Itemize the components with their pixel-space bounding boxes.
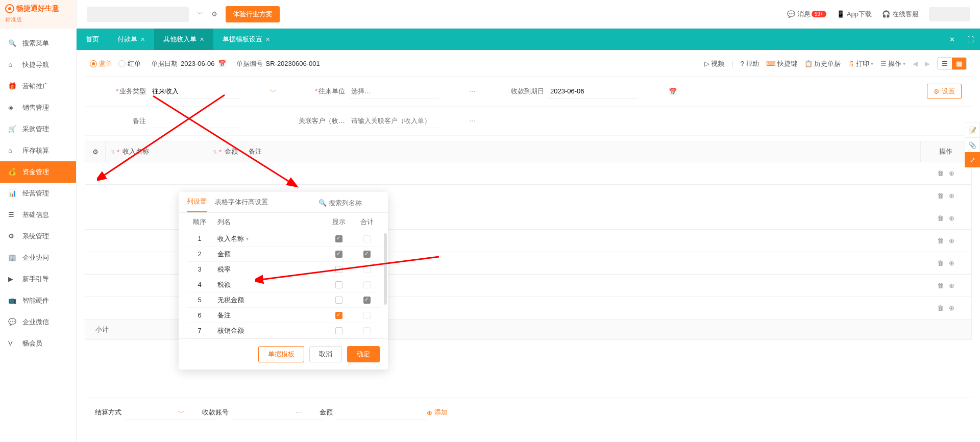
show-checkbox[interactable] xyxy=(335,266,342,273)
app-download-link[interactable]: 📱 App下载 xyxy=(837,10,872,19)
sum-checkbox[interactable] xyxy=(363,251,371,258)
copy-row-icon[interactable]: ⊕ xyxy=(949,282,954,289)
tab-close-icon[interactable]: ✕ xyxy=(140,36,145,43)
online-service-link[interactable]: 🎧 在线客服 xyxy=(882,10,919,19)
remark-input[interactable] xyxy=(150,114,240,128)
add-button[interactable]: ⊕ 添加 xyxy=(427,408,448,417)
copy-row-icon[interactable]: ⊕ xyxy=(949,169,954,177)
column-settings-gear-icon[interactable]: ⚙ xyxy=(85,141,106,162)
sidebar-item-sale[interactable]: ◈销售管理 xyxy=(0,97,76,118)
sidebar-item-home[interactable]: ⌂快捷导航 xyxy=(0,54,76,76)
chevron-down-icon[interactable]: ﹀ xyxy=(270,87,277,96)
copy-row-icon[interactable]: ⊕ xyxy=(949,192,954,200)
tab[interactable]: 首页 xyxy=(77,29,108,50)
settings-icon[interactable]: ⚙ xyxy=(211,10,217,18)
delete-row-icon[interactable]: 🗑 xyxy=(937,214,944,222)
account-input[interactable] xyxy=(233,405,323,420)
footer-amount-input[interactable] xyxy=(337,405,427,420)
sidebar-item-search[interactable]: 🔍搜索菜单 xyxy=(0,33,76,54)
confirm-button[interactable]: 确定 xyxy=(347,346,380,362)
partner-input[interactable] xyxy=(349,84,439,99)
show-checkbox[interactable] xyxy=(335,297,342,304)
org-selector[interactable] xyxy=(87,7,189,22)
blue-doc-radio[interactable]: 蓝单 xyxy=(90,59,112,68)
delete-row-icon[interactable]: 🗑 xyxy=(937,192,944,200)
calendar-icon[interactable]: 📅 xyxy=(218,60,226,67)
show-checkbox[interactable] xyxy=(335,312,342,319)
biz-type-input[interactable] xyxy=(150,84,240,99)
side-tool-attachment-icon[interactable]: 📎 xyxy=(965,137,980,153)
sidebar-item-info[interactable]: ☰基础信息 xyxy=(0,204,76,226)
help-button[interactable]: ?帮助 xyxy=(741,59,759,68)
show-checkbox[interactable] xyxy=(335,327,342,334)
col-amount[interactable]: ⇅*金额 xyxy=(182,141,243,162)
rel-customer-input[interactable] xyxy=(349,114,439,128)
delete-row-icon[interactable]: 🗑 xyxy=(937,304,944,312)
popup-search-input[interactable] xyxy=(329,199,380,207)
due-date-input[interactable] xyxy=(548,84,638,99)
delete-row-icon[interactable]: 🗑 xyxy=(937,259,944,267)
sum-checkbox[interactable] xyxy=(363,266,371,273)
more-icon[interactable]: ⋯ xyxy=(469,87,476,95)
delete-row-icon[interactable]: 🗑 xyxy=(937,169,944,177)
tab[interactable]: 付款单✕ xyxy=(108,29,154,50)
sum-checkbox[interactable] xyxy=(363,235,371,242)
copy-row-icon[interactable]: ⊕ xyxy=(949,237,954,244)
avatar[interactable] xyxy=(929,7,970,21)
tab[interactable]: 单据模板设置✕ xyxy=(213,29,279,50)
popup-tab-font[interactable]: 表格字体行高设置 xyxy=(215,198,268,212)
next-doc-icon[interactable]: ▶ xyxy=(925,60,930,67)
list-view-icon[interactable]: ☰ xyxy=(938,58,952,69)
sidebar-item-wechat[interactable]: 💬企业微信 xyxy=(0,311,76,333)
sum-checkbox[interactable] xyxy=(363,281,371,288)
copy-row-icon[interactable]: ⊕ xyxy=(949,304,954,312)
operate-button[interactable]: ☰操作▾ xyxy=(880,59,905,68)
more-icon[interactable]: ⋯ xyxy=(296,408,302,416)
org-dropdown-icon[interactable]: ﹀ xyxy=(197,10,203,18)
sidebar-item-cart[interactable]: 🛒采购管理 xyxy=(0,118,76,140)
delete-row-icon[interactable]: 🗑 xyxy=(937,237,944,244)
more-icon[interactable]: ⋯ xyxy=(469,117,476,125)
print-button[interactable]: 🖨打印▾ xyxy=(848,59,873,68)
chevron-down-icon[interactable]: ﹀ xyxy=(178,408,185,418)
sidebar-item-sys[interactable]: ⚙系统管理 xyxy=(0,226,76,247)
sidebar-item-vip[interactable]: V畅会员 xyxy=(0,333,76,354)
prev-doc-icon[interactable]: ◀ xyxy=(913,60,918,67)
chevron-down-icon[interactable]: ▾ xyxy=(246,236,249,241)
experience-button[interactable]: 体验行业方案 xyxy=(226,6,280,22)
sidebar-item-manage[interactable]: 📊经营管理 xyxy=(0,183,76,204)
side-tool-expand-icon[interactable]: ⤢ xyxy=(965,152,980,167)
tab[interactable]: 其他收入单✕ xyxy=(154,29,213,50)
config-button[interactable]: ⚙ 设置 xyxy=(927,84,962,99)
settle-input[interactable] xyxy=(126,405,215,420)
sum-checkbox[interactable] xyxy=(363,297,371,304)
sidebar-item-fund[interactable]: 💰资金管理 xyxy=(0,161,76,183)
doc-date-value[interactable]: 2023-06-06 xyxy=(181,60,215,67)
sidebar-item-hw[interactable]: 📺智能硬件 xyxy=(0,290,76,311)
popup-tab-columns[interactable]: 列设置 xyxy=(187,197,207,212)
show-checkbox[interactable] xyxy=(335,251,342,258)
sidebar-item-stock[interactable]: ⌂库存核算 xyxy=(0,140,76,161)
tab-close-icon[interactable]: ✕ xyxy=(265,36,270,43)
fullscreen-icon[interactable]: ⛶ xyxy=(961,36,980,43)
history-button[interactable]: 📋历史单据 xyxy=(804,59,841,68)
table-row[interactable]: 🗑⊕ xyxy=(85,162,972,185)
copy-row-icon[interactable]: ⊕ xyxy=(949,259,954,267)
sum-checkbox[interactable] xyxy=(363,312,371,319)
sidebar-item-coop[interactable]: 🏢企业协同 xyxy=(0,247,76,268)
card-view-icon[interactable]: ▦ xyxy=(952,58,966,69)
col-income-name[interactable]: ⇅*收入名称 xyxy=(106,141,182,162)
shortcut-button[interactable]: ⌨快捷键 xyxy=(766,59,797,68)
close-all-tabs-icon[interactable]: ✕ xyxy=(943,36,961,43)
red-doc-radio[interactable]: 红单 xyxy=(118,59,141,68)
popup-scrollbar[interactable] xyxy=(384,233,387,305)
cancel-button[interactable]: 取消 xyxy=(309,346,342,362)
show-checkbox[interactable] xyxy=(335,281,342,288)
doc-template-button[interactable]: 单据模板 xyxy=(258,346,304,362)
show-checkbox[interactable] xyxy=(335,235,342,242)
sum-checkbox[interactable] xyxy=(363,327,371,334)
video-button[interactable]: ▷视频 xyxy=(704,59,724,68)
sidebar-item-guide[interactable]: ▶新手引导 xyxy=(0,268,76,290)
calendar-icon[interactable]: 📅 xyxy=(669,88,677,95)
copy-row-icon[interactable]: ⊕ xyxy=(949,214,954,222)
